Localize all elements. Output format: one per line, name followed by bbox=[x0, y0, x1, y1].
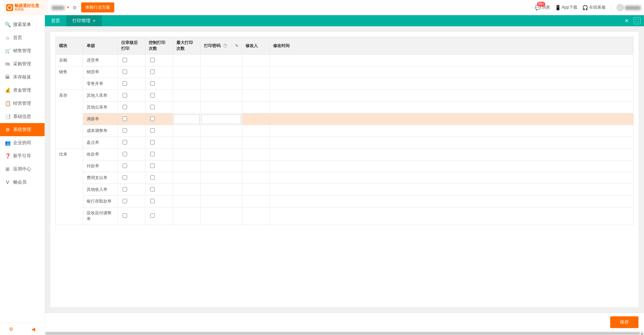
sidebar-item-label: 资金管理 bbox=[13, 87, 31, 93]
print-pwd-input[interactable] bbox=[201, 114, 241, 124]
control-times-checkbox[interactable] bbox=[150, 117, 155, 121]
collapse-button[interactable]: ◀ bbox=[22, 323, 45, 335]
control-times-checkbox[interactable] bbox=[150, 140, 155, 145]
message-button[interactable]: 99+ 💬 消息 bbox=[535, 4, 550, 10]
table-row[interactable]: 银行存取款单 bbox=[56, 196, 634, 207]
control-times-checkbox[interactable] bbox=[150, 128, 155, 133]
audit-only-checkbox[interactable] bbox=[123, 140, 127, 145]
message-badge: 99+ bbox=[537, 2, 546, 7]
audit-only-checkbox[interactable] bbox=[123, 213, 127, 218]
control-times-checkbox[interactable] bbox=[150, 81, 155, 86]
basic-info-icon: 📑 bbox=[5, 114, 10, 119]
control-times-cell bbox=[145, 207, 173, 225]
table-row[interactable]: 库存其他入库单 bbox=[56, 90, 634, 102]
audit-only-checkbox[interactable] bbox=[123, 175, 127, 180]
sidebar-item-label: 系统管理 bbox=[13, 127, 31, 133]
close-all-tabs-icon[interactable]: ✕ bbox=[623, 17, 630, 24]
control-times-checkbox[interactable] bbox=[150, 213, 155, 218]
control-times-checkbox[interactable] bbox=[150, 69, 155, 74]
gear-icon[interactable]: ⚙ bbox=[73, 5, 77, 10]
table-row[interactable]: 盘点单 bbox=[56, 137, 634, 149]
max-times-cell bbox=[173, 125, 201, 137]
sidebar-item-inventory[interactable]: 🏛库存核算 bbox=[0, 71, 45, 84]
table-row[interactable]: 应收应付调整单 bbox=[56, 207, 634, 225]
logo[interactable]: 畅捷通好生意 精易版 bbox=[3, 0, 48, 15]
doc-cell: 零售开单 bbox=[83, 78, 118, 90]
scrollbar-thumb[interactable] bbox=[46, 332, 640, 335]
table-row[interactable]: 其他出库单 bbox=[56, 102, 634, 113]
header-right: 99+ 💬 消息 📱 App下载 🎧 在线客服 | ▇▇▇▇▇ bbox=[535, 4, 641, 11]
sidebar: 🔍搜索菜单⌂首页🛒销售管理🛍采购管理🏛库存核算💰资金管理📋经营管理📑基础信息⚙系… bbox=[0, 15, 45, 335]
system-icon: ⚙ bbox=[5, 127, 10, 132]
save-button[interactable]: 保存 bbox=[610, 316, 638, 328]
audit-only-cell bbox=[118, 66, 145, 78]
sidebar-item-basic-info[interactable]: 📑基础信息 bbox=[0, 110, 45, 123]
audit-only-checkbox[interactable] bbox=[123, 58, 127, 62]
user-name: ▇▇▇▇▇ bbox=[625, 5, 641, 10]
audit-only-checkbox[interactable] bbox=[123, 199, 127, 203]
audit-only-checkbox[interactable] bbox=[123, 81, 127, 86]
sidebar-item-collab[interactable]: 👥企业协同 bbox=[0, 136, 45, 149]
audit-only-checkbox[interactable] bbox=[123, 187, 127, 192]
org-selector[interactable]: ▇▇▇▇ ▼ bbox=[52, 5, 73, 10]
sidebar-item-purchase[interactable]: 🛍采购管理 bbox=[0, 57, 45, 71]
th-audit-only: 仅审核后打印 bbox=[118, 37, 145, 55]
tab-close-icon[interactable]: ✕ bbox=[93, 19, 96, 23]
doc-cell: 银行存取款单 bbox=[83, 196, 118, 207]
sidebar-item-label: 应用中心 bbox=[13, 166, 31, 172]
audit-only-checkbox[interactable] bbox=[123, 69, 127, 74]
industry-plan-button[interactable]: 体验行业方案 bbox=[81, 2, 114, 12]
table-row[interactable]: 成本调整单 bbox=[56, 125, 634, 137]
max-times-input[interactable] bbox=[174, 114, 200, 124]
sidebar-item-sales[interactable]: 🛒销售管理 bbox=[0, 44, 45, 57]
table-row[interactable]: 费用支出单 bbox=[56, 172, 634, 184]
online-service-button[interactable]: 🎧 在线客服 bbox=[582, 4, 606, 10]
audit-only-checkbox[interactable] bbox=[123, 152, 127, 156]
control-times-checkbox[interactable] bbox=[150, 175, 155, 180]
sidebar-item-operation[interactable]: 📋经营管理 bbox=[0, 97, 45, 110]
sidebar-item-label: 新手引导 bbox=[13, 153, 31, 159]
sidebar-item-app-center[interactable]: ⊞应用中心 bbox=[0, 162, 45, 176]
control-times-checkbox[interactable] bbox=[150, 58, 155, 62]
table-row[interactable]: 采购进货单 bbox=[56, 55, 634, 66]
scrollbar-arrow-right[interactable]: ▶ bbox=[641, 332, 644, 335]
audit-only-checkbox[interactable] bbox=[123, 105, 127, 109]
user-menu[interactable]: ▇▇▇▇▇ bbox=[616, 4, 641, 11]
table-row[interactable]: 其他收入单 bbox=[56, 184, 634, 196]
audit-only-checkbox[interactable] bbox=[123, 128, 127, 133]
control-times-checkbox[interactable] bbox=[150, 187, 155, 192]
table-row[interactable]: 销售销货单 bbox=[56, 66, 634, 78]
sidebar-item-system[interactable]: ⚙系统管理 bbox=[0, 123, 45, 136]
chevron-down-icon: ▼ bbox=[66, 6, 70, 9]
horizontal-scrollbar[interactable]: ▶ bbox=[45, 332, 644, 335]
edit-icon[interactable]: ✎ bbox=[235, 44, 238, 48]
sidebar-item-home[interactable]: ⌂首页 bbox=[0, 31, 45, 44]
app-download-button[interactable]: 📱 App下载 bbox=[555, 4, 577, 10]
control-times-cell bbox=[145, 66, 173, 78]
sidebar-item-guide[interactable]: ❓新手引导 bbox=[0, 149, 45, 162]
fullscreen-icon[interactable]: ⛶ bbox=[634, 17, 641, 24]
max-times-cell bbox=[173, 113, 201, 125]
sidebar-item-search-menu[interactable]: 🔍搜索菜单 bbox=[0, 18, 45, 31]
sidebar-item-funds[interactable]: 💰资金管理 bbox=[0, 84, 45, 97]
tab-打印管理[interactable]: 打印管理✕ bbox=[66, 15, 102, 26]
control-times-checkbox[interactable] bbox=[150, 199, 155, 203]
audit-only-checkbox[interactable] bbox=[123, 164, 127, 168]
th-max-times: 最大打印次数 bbox=[173, 37, 201, 55]
table-row[interactable]: 调拨单 bbox=[56, 113, 634, 125]
inventory-icon: 🏛 bbox=[5, 74, 10, 80]
control-times-checkbox[interactable] bbox=[150, 164, 155, 168]
tab-首页[interactable]: 首页 bbox=[45, 15, 66, 26]
control-times-checkbox[interactable] bbox=[150, 105, 155, 109]
table-row[interactable]: 付款单 bbox=[56, 160, 634, 172]
settings-button[interactable]: ⚙ bbox=[0, 323, 22, 335]
table-row[interactable]: 零售开单 bbox=[56, 78, 634, 90]
control-times-checkbox[interactable] bbox=[150, 93, 155, 97]
help-icon[interactable]: ? bbox=[223, 44, 227, 48]
control-times-checkbox[interactable] bbox=[150, 152, 155, 156]
sidebar-item-member[interactable]: V畅会员 bbox=[0, 176, 45, 189]
table-row[interactable]: 往来收款单 bbox=[56, 149, 634, 160]
audit-only-checkbox[interactable] bbox=[123, 93, 127, 97]
audit-only-checkbox[interactable] bbox=[123, 117, 127, 121]
doc-cell: 其他出库单 bbox=[83, 102, 118, 113]
